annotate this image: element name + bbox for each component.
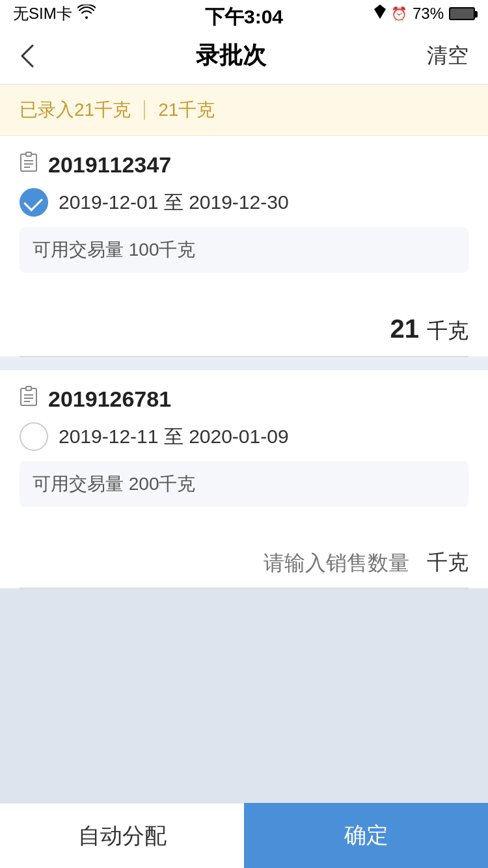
batch-1-date-row[interactable]: 2019-12-01 至 2019-12-30 (20, 188, 468, 217)
no-sim-text: 无SIM卡 (13, 3, 72, 24)
batch-1-amount-value: 21 (390, 314, 420, 344)
batch-2-card: 2019126781 2019-12-11 至 2020-01-09 可用交易量… (0, 370, 488, 536)
batch-2-unit: 千克 (427, 549, 468, 577)
batch-1-amount-row: 21 千克 (0, 301, 488, 356)
confirm-button[interactable]: 确定 (244, 803, 488, 868)
batch-1-avail: 可用交易量 100千克 (20, 227, 468, 273)
status-right: ⏰ 73% (374, 5, 475, 23)
auto-distribute-button[interactable]: 自动分配 (0, 803, 244, 868)
batch-2-id: 2019126781 (48, 387, 171, 412)
batch-2-icon (20, 386, 40, 412)
batch-1-date: 2019-12-01 至 2019-12-30 (59, 189, 289, 216)
battery-icon (449, 7, 475, 20)
banner-divider (144, 100, 145, 120)
batch-2-header: 2019126781 (20, 386, 468, 412)
nav-bar: 录批次 清空 (0, 27, 488, 85)
batch-2-input-row: 千克 (0, 536, 488, 588)
alarm-icon: ⏰ (391, 6, 407, 21)
location-icon (374, 5, 386, 23)
entered-label: 已录入21千克 (20, 98, 131, 122)
batch-1-radio[interactable] (20, 188, 48, 217)
batch-1-header: 2019112347 (20, 152, 468, 178)
svg-rect-6 (26, 387, 31, 390)
batch-2-avail: 可用交易量 200千克 (20, 461, 468, 507)
clear-button[interactable]: 清空 (427, 42, 468, 70)
info-banner: 已录入21千克 21千克 (0, 85, 488, 136)
section-separator (0, 357, 488, 370)
status-bar: 无SIM卡 下午3:04 ⏰ 73% (0, 0, 488, 27)
batch-1-card: 2019112347 2019-12-01 至 2019-12-30 可用交易量… (0, 136, 488, 301)
svg-rect-1 (26, 152, 31, 156)
entered-value: 21千克 (158, 98, 215, 122)
batch-2-qty-input[interactable] (158, 551, 419, 575)
status-left: 无SIM卡 (13, 3, 96, 24)
status-time: 下午3:04 (205, 4, 283, 31)
batch-1-icon (20, 152, 40, 178)
batch-2-radio[interactable] (20, 422, 48, 451)
batch-1-id: 2019112347 (48, 152, 171, 178)
batch-2-date-row[interactable]: 2019-12-11 至 2020-01-09 (20, 422, 468, 451)
back-button[interactable] (20, 43, 35, 69)
bottom-bar: 自动分配 确定 (0, 803, 488, 868)
battery-text: 73% (413, 5, 444, 23)
batch-1-avail-text: 可用交易量 100千克 (33, 239, 196, 260)
batch-1-amount-unit: 千克 (427, 317, 468, 346)
page-title: 录批次 (196, 40, 266, 72)
batch-2-date: 2019-12-11 至 2020-01-09 (59, 424, 289, 450)
wifi-icon (77, 5, 96, 23)
batch-2-avail-text: 可用交易量 200千克 (33, 474, 196, 494)
